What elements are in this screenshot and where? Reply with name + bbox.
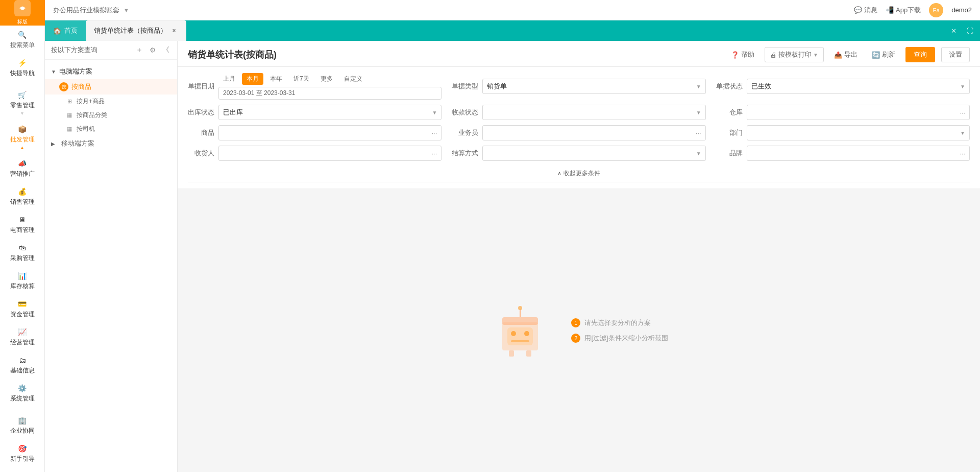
sidebar-item-sales[interactable]: 💰 销售管理 — [0, 182, 44, 210]
date-tab-last-month[interactable]: 上月 — [218, 73, 240, 85]
collapse-filters-btn[interactable]: ∧ 收起更多条件 — [188, 165, 970, 182]
user-name[interactable]: demo2 — [951, 6, 972, 14]
app-subtitle: 标版 — [17, 18, 28, 26]
tab-close-btn[interactable]: × — [170, 27, 178, 35]
out-status-control[interactable]: 已出库 ▼ — [218, 105, 442, 120]
sidebar-item-retail[interactable]: 🛒 零售管理 ▼ — [0, 86, 44, 120]
tab-close-window-btn[interactable]: ✕ — [947, 25, 960, 37]
logo-icon — [14, 0, 31, 16]
content-area: 按以下方案查询 ＋ ⚙ 《 ▼ 电脑端方案 按 按商品 — [45, 41, 980, 472]
main-area: 办公用品行业模拟账套 ▼ 💬 消息 📲 App下载 Ea demo2 🏠 首页 … — [45, 0, 980, 472]
filter-cell-out-status: 出库状态 已出库 ▼ — [188, 105, 442, 120]
warehouse-dots-icon: ··· — [960, 109, 965, 116]
sidebar-item-label: 搜索菜单 — [10, 41, 35, 50]
sidebar-item-guide[interactable]: 🎯 新手引导 — [0, 439, 44, 467]
sidebar-item-finance[interactable]: 💳 资金管理 — [0, 295, 44, 323]
app-download-btn[interactable]: 📲 App下载 — [886, 6, 921, 15]
tree-item-month-product[interactable]: ⊞ 按月+商品 — [45, 95, 177, 108]
help-btn[interactable]: ❓ 帮助 — [727, 48, 758, 61]
month-product-icon: ⊞ — [65, 98, 74, 106]
date-tab-this-year[interactable]: 本年 — [265, 73, 287, 85]
status-dropdown-icon: ▼ — [960, 84, 965, 89]
message-label: 消息 — [864, 6, 877, 15]
operation-icon: 📈 — [17, 327, 28, 337]
salesman-dots-icon: ··· — [696, 129, 701, 137]
single-status-control[interactable]: 已生效 ▼ — [747, 79, 970, 94]
tree-item-month-product-label: 按月+商品 — [77, 97, 105, 106]
sidebar: 标版 🔍 搜索菜单 ⚡ 快捷导航 🛒 零售管理 ▼ 📦 批发管理 ▲ 📣 营销推… — [0, 0, 45, 472]
settlement-control[interactable]: ▼ — [482, 146, 705, 161]
refresh-btn[interactable]: 🔄 刷新 — [868, 48, 899, 61]
brand-control[interactable]: ··· — [747, 146, 970, 161]
svg-rect-6 — [511, 340, 529, 342]
basic-icon: 🗂 — [17, 355, 28, 365]
export-btn[interactable]: 📤 导出 — [830, 48, 862, 61]
page-actions: ❓ 帮助 🖨 按模板打印 ▼ 📤 导出 🔄 — [727, 47, 970, 62]
filter-cell-date: 单据日期 上月 本月 本年 近7天 更多 自定义 — [188, 73, 442, 100]
print-btn[interactable]: 🖨 按模板打印 ▼ — [765, 47, 824, 62]
message-btn[interactable]: 💬 消息 — [854, 6, 877, 15]
collapse-panel-btn[interactable]: 《 — [161, 45, 171, 55]
tab-maximize-btn[interactable]: ⛶ — [964, 25, 976, 37]
left-panel-title: 按以下方案查询 — [51, 45, 130, 55]
sidebar-item-label: 系统管理 — [10, 394, 35, 403]
sidebar-item-enterprise[interactable]: 🏢 企业协同 — [0, 411, 44, 439]
collapse-up-icon: ∧ — [557, 170, 561, 177]
receive-status-control[interactable]: ▼ — [482, 105, 705, 120]
empty-tip-1: 1 请先选择要分析的方案 — [571, 318, 668, 327]
right-content: 销货单统计表(按商品) ❓ 帮助 🖨 按模板打印 ▼ 📤 — [178, 41, 980, 472]
finance-icon: 💳 — [17, 299, 28, 309]
date-tab-more[interactable]: 更多 — [316, 73, 337, 85]
tree-item-by-product[interactable]: 按 按商品 — [45, 79, 177, 95]
sidebar-item-quick-nav[interactable]: ⚡ 快捷导航 — [0, 54, 44, 82]
sidebar-item-marketing[interactable]: 📣 营销推广 — [0, 154, 44, 182]
single-type-control[interactable]: 销货单 ▼ — [482, 79, 705, 94]
sidebar-item-app-center[interactable]: 📱 应用中心 — [0, 467, 44, 472]
filter-cell-product: 商品 ··· — [188, 125, 442, 140]
sidebar-item-label: 企业协同 — [10, 427, 35, 435]
tree-item-driver[interactable]: ▦ 按司机 — [45, 122, 177, 136]
user-avatar[interactable]: Ea — [929, 3, 943, 17]
date-tab-7days[interactable]: 近7天 — [289, 73, 314, 85]
date-tab-custom[interactable]: 自定义 — [339, 73, 367, 85]
tree-item-category[interactable]: ▦ 按商品分类 — [45, 108, 177, 122]
product-control[interactable]: ··· — [218, 125, 442, 140]
sidebar-item-inventory[interactable]: 📊 库存核算 — [0, 267, 44, 295]
sidebar-item-system[interactable]: ⚙️ 系统管理 — [0, 379, 44, 407]
tree-group-pc[interactable]: ▼ 电脑端方案 — [45, 64, 177, 79]
sidebar-item-basic[interactable]: 🗂 基础信息 — [0, 351, 44, 379]
date-range-display[interactable]: 2023-03-01 至 2023-03-31 — [218, 87, 442, 100]
tab-home[interactable]: 🏠 首页 — [45, 20, 86, 41]
filter-cell-brand: 品牌 ··· — [716, 146, 970, 161]
department-dropdown-icon: ▼ — [960, 130, 965, 136]
settings-btn[interactable]: 设置 — [941, 47, 970, 62]
tree-group-mobile[interactable]: ▶ 移动端方案 — [45, 136, 177, 151]
left-panel: 按以下方案查询 ＋ ⚙ 《 ▼ 电脑端方案 按 按商品 — [45, 41, 178, 472]
department-control[interactable]: ▼ — [747, 125, 970, 140]
date-tab-this-month[interactable]: 本月 — [242, 73, 263, 85]
warehouse-control[interactable]: ··· — [747, 105, 970, 120]
add-scheme-btn[interactable]: ＋ — [134, 45, 144, 55]
filter-cell-receiver: 收货人 ··· — [188, 146, 442, 161]
tab-report[interactable]: 销货单统计表（按商品） × — [86, 20, 186, 41]
settings-scheme-btn[interactable]: ⚙ — [148, 45, 158, 55]
query-btn[interactable]: 查询 — [905, 47, 935, 62]
sidebar-item-ecommerce[interactable]: 🖥 电商管理 — [0, 210, 44, 239]
chevron-up-icon: ▲ — [20, 145, 24, 150]
receiver-control[interactable]: ··· — [218, 146, 442, 161]
message-icon: 💬 — [854, 6, 862, 14]
sidebar-item-wholesale[interactable]: 📦 批发管理 ▲ — [0, 120, 44, 154]
filter-cell-department: 部门 ▼ — [716, 125, 970, 140]
filter-cell-settlement: 结算方式 ▼ — [452, 146, 705, 161]
sidebar-item-search-menu[interactable]: 🔍 搜索菜单 — [0, 26, 44, 54]
filter-cell-receive-status: 收款状态 ▼ — [452, 105, 705, 120]
print-label: 按模板打印 — [778, 50, 812, 59]
tree-group-mobile-label: 移动端方案 — [61, 139, 94, 148]
empty-tip-2: 2 用[过滤]条件来缩小分析范围 — [571, 334, 668, 343]
sidebar-item-label: 营销推广 — [10, 170, 35, 178]
sidebar-item-purchase[interactable]: 🛍 采购管理 — [0, 239, 44, 267]
sidebar-item-operation[interactable]: 📈 经营管理 — [0, 323, 44, 351]
empty-state-content: 1 请先选择要分析的方案 2 用[过滤]条件来缩小分析范围 — [489, 299, 668, 362]
dropdown-icon[interactable]: ▼ — [124, 7, 129, 13]
salesman-control[interactable]: ··· — [482, 125, 705, 140]
